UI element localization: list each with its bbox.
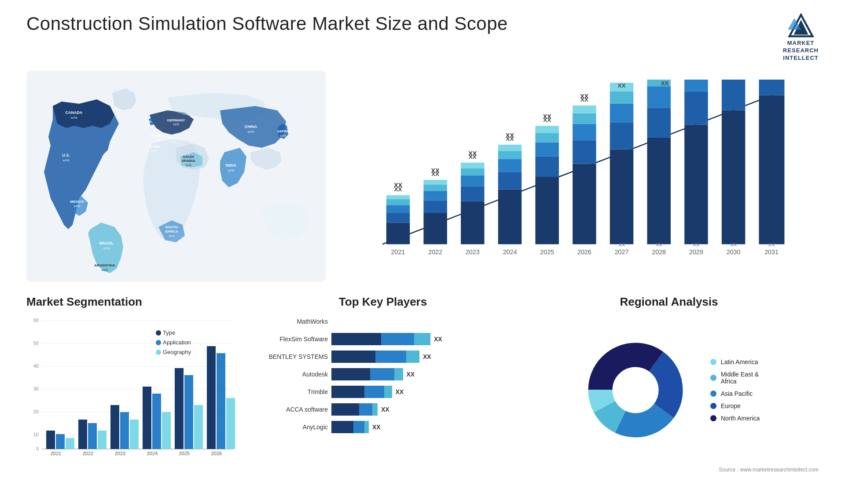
svg-text:2026: 2026 — [211, 451, 222, 456]
kp-player-name: AnyLogic — [255, 424, 328, 431]
svg-rect-48 — [423, 180, 447, 185]
svg-text:xx%: xx% — [169, 234, 174, 237]
kp-value: XX — [407, 371, 415, 378]
svg-text:ARGENTINA: ARGENTINA — [94, 263, 115, 267]
svg-rect-68 — [573, 164, 596, 244]
kp-player-name: Autodesk — [255, 371, 328, 378]
svg-rect-88 — [722, 110, 745, 244]
legend-asia-pacific: Asia Pacific — [710, 390, 760, 397]
svg-text:2022: 2022 — [83, 451, 93, 456]
svg-rect-149 — [207, 346, 216, 449]
svg-text:XX: XX — [693, 241, 700, 247]
regional-panel: Regional Analysis — [519, 295, 819, 480]
svg-rect-42 — [386, 195, 410, 199]
donut-chart — [578, 333, 693, 447]
svg-text:XX: XX — [618, 82, 626, 88]
svg-text:xx%: xx% — [103, 246, 110, 250]
svg-text:XX: XX — [580, 96, 588, 103]
svg-text:ARABIA: ARABIA — [181, 159, 195, 163]
svg-text:SAUDI: SAUDI — [183, 155, 194, 159]
legend-label-north-america: North America — [721, 415, 760, 422]
legend-label-europe: Europe — [721, 402, 741, 409]
kp-bar-area — [331, 315, 511, 328]
svg-rect-82 — [647, 86, 670, 108]
svg-rect-139 — [98, 431, 107, 449]
kp-bar-segment — [364, 386, 384, 398]
svg-rect-57 — [498, 172, 522, 189]
svg-text:xx%: xx% — [280, 134, 286, 137]
kp-bar-segment — [414, 333, 431, 345]
svg-text:FRANCE: FRANCE — [150, 134, 165, 138]
svg-rect-45 — [423, 200, 447, 213]
kp-bar-segment — [353, 421, 364, 433]
svg-rect-59 — [498, 151, 522, 159]
kp-bar-area: XX — [331, 421, 511, 433]
svg-rect-64 — [535, 142, 558, 156]
page-container: Construction Simulation Software Market … — [0, 0, 845, 504]
svg-text:xx%: xx% — [154, 138, 160, 141]
svg-text:xx%: xx% — [169, 140, 175, 143]
svg-text:GERMANY: GERMANY — [167, 118, 186, 122]
key-players-title: Top Key Players — [255, 295, 511, 309]
kp-bar-segment — [372, 403, 378, 416]
svg-text:Application: Application — [163, 339, 191, 346]
svg-text:2023: 2023 — [466, 248, 480, 255]
svg-rect-150 — [217, 353, 225, 449]
svg-text:BRAZIL: BRAZIL — [99, 241, 114, 245]
svg-text:U.K.: U.K. — [146, 120, 153, 124]
kp-bar-segment — [331, 333, 381, 345]
svg-rect-142 — [130, 420, 139, 449]
kp-bar-segment — [331, 403, 359, 416]
kp-player-name: Trimble — [255, 388, 328, 395]
svg-rect-41 — [386, 199, 410, 205]
kp-bar-segment — [394, 368, 403, 380]
svg-text:xx%: xx% — [146, 124, 152, 127]
svg-text:SOUTH: SOUTH — [165, 225, 178, 229]
svg-text:2028: 2028 — [652, 248, 666, 255]
svg-text:xx%: xx% — [173, 123, 179, 126]
svg-rect-138 — [88, 423, 97, 449]
svg-rect-143 — [143, 387, 151, 449]
svg-rect-69 — [573, 140, 596, 164]
svg-rect-40 — [386, 205, 410, 213]
svg-text:SPAIN: SPAIN — [149, 145, 159, 149]
logo-text: MARKET RESEARCH INTELLECT — [783, 40, 819, 62]
kp-row: ACCA softwareXX — [255, 403, 511, 416]
svg-rect-54 — [461, 163, 484, 168]
svg-text:2023: 2023 — [115, 451, 125, 456]
svg-text:XX: XX — [469, 153, 477, 160]
svg-rect-71 — [573, 113, 596, 124]
svg-text:ITALY: ITALY — [168, 136, 177, 140]
svg-rect-87 — [684, 80, 708, 91]
segment-panel: Market Segmentation 60 50 40 30 20 10 0 — [26, 295, 246, 480]
svg-text:MEXICO: MEXICO — [70, 200, 84, 204]
svg-text:AFRICA: AFRICA — [165, 230, 178, 234]
svg-rect-145 — [162, 412, 171, 449]
kp-bar-area: XX — [331, 386, 511, 398]
svg-point-160 — [156, 340, 161, 345]
svg-point-162 — [156, 350, 161, 355]
kp-bar-segment — [331, 421, 353, 433]
svg-text:INDIA: INDIA — [226, 163, 237, 168]
svg-rect-146 — [175, 368, 184, 449]
svg-text:XX: XX — [768, 241, 775, 247]
svg-rect-86 — [684, 91, 708, 124]
svg-text:xx%: xx% — [151, 149, 157, 152]
svg-text:2021: 2021 — [51, 451, 61, 456]
svg-text:2027: 2027 — [615, 248, 629, 255]
svg-point-158 — [156, 330, 161, 336]
kp-bar — [331, 333, 430, 345]
legend-label-asia-pacific: Asia Pacific — [721, 390, 753, 397]
segmentation-chart: 60 50 40 30 20 10 0 — [26, 315, 246, 456]
kp-value: XX — [434, 336, 442, 343]
svg-rect-91 — [759, 80, 784, 95]
kp-bar-segment — [370, 368, 394, 380]
kp-player-name: BENTLEY SYSTEMS — [255, 353, 328, 360]
svg-rect-77 — [610, 91, 633, 103]
logo: MARKET RESEARCH INTELLECT — [783, 13, 819, 62]
svg-text:2031: 2031 — [764, 248, 779, 255]
regional-title: Regional Analysis — [519, 295, 819, 309]
key-players-rows: MathWorksFlexSim SoftwareXXBENTLEY SYSTE… — [255, 315, 511, 433]
svg-rect-60 — [498, 145, 522, 151]
logo-icon — [788, 13, 814, 40]
